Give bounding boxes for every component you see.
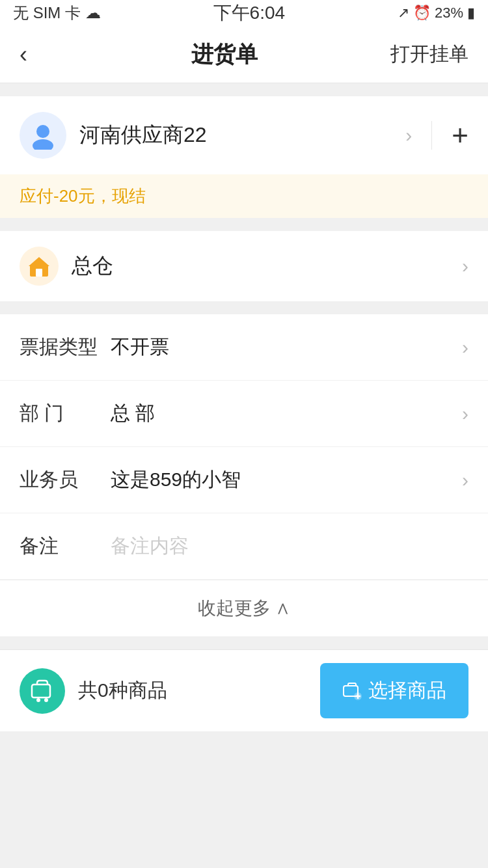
svg-point-0 bbox=[36, 125, 49, 138]
warehouse-icon bbox=[20, 247, 59, 286]
status-bar: 无 SIM 卡 ☁ 下午6:04 ↗ ⏰ 23% ▮ bbox=[0, 0, 488, 26]
cart-icon bbox=[29, 678, 55, 704]
ticket-type-arrow-icon: › bbox=[462, 336, 468, 359]
back-button[interactable]: ‹ bbox=[20, 41, 59, 68]
gray-fill-area bbox=[0, 731, 488, 868]
ticket-type-value: 不开票 bbox=[104, 334, 462, 360]
supplier-name: 河南供应商22 bbox=[79, 121, 405, 150]
svg-point-1 bbox=[33, 139, 53, 150]
department-row[interactable]: 部 门 总 部 › bbox=[0, 381, 488, 447]
divider-2 bbox=[0, 218, 488, 231]
select-product-icon bbox=[342, 682, 362, 700]
svg-point-7 bbox=[44, 698, 48, 702]
warehouse-svg-icon bbox=[27, 254, 51, 278]
remark-label: 备注 bbox=[20, 533, 104, 560]
salesperson-label: 业务员 bbox=[20, 467, 104, 493]
svg-rect-5 bbox=[32, 685, 50, 698]
remark-input[interactable]: 备注内容 bbox=[104, 533, 468, 560]
salesperson-arrow-icon: › bbox=[462, 469, 468, 491]
warehouse-section: 总仓 › bbox=[0, 231, 488, 301]
warehouse-name: 总仓 bbox=[72, 252, 462, 280]
product-icon bbox=[20, 668, 65, 714]
department-label: 部 门 bbox=[20, 400, 104, 427]
supplier-avatar bbox=[20, 112, 66, 159]
status-time: 下午6:04 bbox=[213, 1, 286, 25]
location-icon: ↗ bbox=[398, 5, 409, 21]
collapse-button[interactable]: 收起更多 ∧ bbox=[0, 580, 488, 636]
svg-marker-3 bbox=[29, 257, 49, 266]
battery-icon: ▮ bbox=[467, 5, 475, 21]
supplier-row[interactable]: 河南供应商22 › + bbox=[0, 96, 488, 174]
ticket-type-row[interactable]: 票据类型 不开票 › bbox=[0, 314, 488, 381]
warehouse-row[interactable]: 总仓 › bbox=[0, 231, 488, 301]
open-pending-button[interactable]: 打开挂单 bbox=[390, 41, 468, 68]
supplier-arrow-icon: › bbox=[405, 124, 412, 146]
divider-4 bbox=[0, 636, 488, 649]
select-product-label: 选择商品 bbox=[368, 677, 446, 704]
svg-rect-4 bbox=[36, 269, 42, 277]
bottom-bar: 共0种商品 选择商品 bbox=[0, 649, 488, 731]
salesperson-row[interactable]: 业务员 这是859的小智 › bbox=[0, 447, 488, 513]
salesperson-value: 这是859的小智 bbox=[104, 467, 462, 493]
nav-bar: ‹ 进货单 打开挂单 bbox=[0, 26, 488, 83]
page-title: 进货单 bbox=[191, 40, 258, 70]
svg-point-6 bbox=[36, 698, 40, 702]
add-supplier-button[interactable]: + bbox=[431, 121, 468, 150]
ticket-type-label: 票据类型 bbox=[20, 334, 104, 360]
product-count: 共0种商品 bbox=[78, 677, 307, 704]
sim-label: 无 SIM 卡 ☁ bbox=[13, 3, 101, 23]
notice-banner: 应付-20元，现结 bbox=[0, 174, 488, 218]
battery-label: 23% bbox=[435, 5, 463, 21]
alarm-icon: ⏰ bbox=[413, 5, 431, 21]
status-left: 无 SIM 卡 ☁ bbox=[13, 3, 101, 23]
status-right: ↗ ⏰ 23% ▮ bbox=[398, 5, 475, 21]
remark-row[interactable]: 备注 备注内容 bbox=[0, 513, 488, 580]
department-value: 总 部 bbox=[104, 400, 462, 427]
divider-3 bbox=[0, 301, 488, 314]
select-product-button[interactable]: 选择商品 bbox=[320, 663, 468, 718]
department-arrow-icon: › bbox=[462, 403, 468, 425]
warehouse-arrow-icon: › bbox=[462, 255, 468, 277]
supplier-avatar-icon bbox=[29, 121, 57, 150]
form-section: 票据类型 不开票 › 部 门 总 部 › 业务员 这是859的小智 › 备注 备… bbox=[0, 314, 488, 636]
divider-1 bbox=[0, 83, 488, 96]
supplier-section: 河南供应商22 › + 应付-20元，现结 bbox=[0, 96, 488, 218]
